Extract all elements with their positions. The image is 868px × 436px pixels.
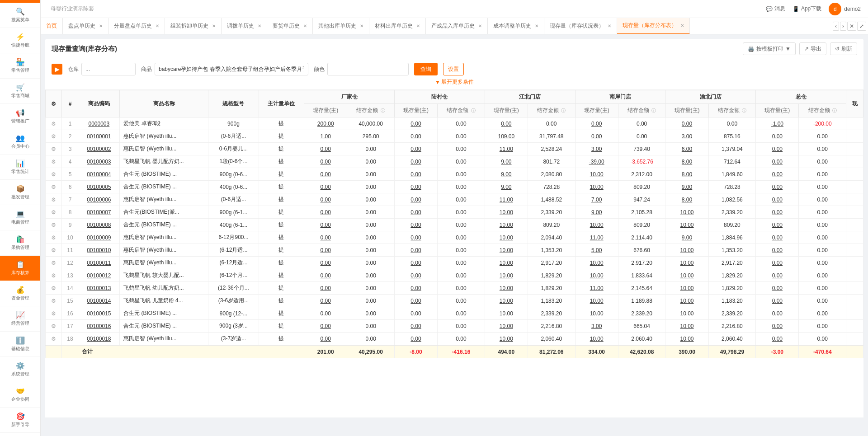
nav-tab-现存量-库存状况表-[interactable]: 现存量（库存状况表）✕	[544, 18, 617, 34]
cell-yubei-qty[interactable]: 10.00	[665, 333, 708, 346]
cell-changjiacao-qty[interactable]: 0.00	[304, 193, 347, 206]
sidebar-item-企业协同[interactable]: 🤝企业协同	[0, 382, 40, 408]
cell-jiangbei-qty[interactable]: 9.00	[485, 168, 528, 181]
cell-total-qty[interactable]: 0.00	[756, 193, 799, 206]
nav-tab-成本调整单历史[interactable]: 成本调整单历史✕	[488, 18, 544, 34]
cell-nanan-qty[interactable]: 11.00	[575, 282, 618, 295]
cell-total-qty[interactable]: 0.00	[756, 206, 799, 219]
cell-changjiacao-qty[interactable]: 0.00	[304, 282, 347, 295]
cell-yubei-qty[interactable]: 0.00	[665, 117, 708, 130]
cell-code[interactable]: 00100010	[78, 244, 120, 257]
cell-gear[interactable]: ⚙	[46, 307, 62, 320]
cell-total-qty[interactable]: 0.00	[756, 168, 799, 181]
tab-next-arrow[interactable]: ›	[840, 22, 846, 31]
cell-changjiacao-qty[interactable]: 0.00	[304, 244, 347, 257]
cell-nanan-qty[interactable]: 10.00	[575, 307, 618, 320]
cell-nanan-qty[interactable]: 10.00	[575, 333, 618, 346]
cell-total-qty[interactable]: 0.00	[756, 295, 799, 307]
sidebar-item-会员中心[interactable]: 👥会员中心	[0, 129, 40, 155]
cell-changjiacao-qty[interactable]: 0.00	[304, 155, 347, 168]
cell-gear[interactable]: ⚙	[46, 320, 62, 333]
cell-lucun-qty[interactable]: 0.00	[394, 257, 437, 269]
cell-total-qty[interactable]: 0.00	[756, 269, 799, 282]
cell-code[interactable]: 00100011	[78, 257, 120, 269]
cell-lucun-qty[interactable]: 0.00	[394, 244, 437, 257]
cell-total-qty[interactable]: 0.00	[756, 244, 799, 257]
cell-jiangbei-qty[interactable]: 10.00	[485, 333, 528, 346]
cell-code[interactable]: 00100004	[78, 168, 120, 181]
cell-total-qty[interactable]: 0.00	[756, 143, 799, 155]
cell-gear[interactable]: ⚙	[46, 257, 62, 269]
cell-jiangbei-qty[interactable]: 10.00	[485, 231, 528, 244]
cell-changjiacao-qty[interactable]: 0.00	[304, 269, 347, 282]
cell-nanan-qty[interactable]: 10.00	[575, 219, 618, 231]
sidebar-item-营销推广[interactable]: 📢营销推广	[0, 104, 40, 129]
tab-close-icon[interactable]: ✕	[258, 23, 261, 28]
cell-changjiacao-qty[interactable]: 1.00	[304, 130, 347, 143]
sidebar-item-零售管理[interactable]: 🏪零售管理	[0, 53, 40, 79]
settings-button[interactable]: 设置	[443, 63, 464, 75]
cell-total-qty[interactable]: 0.00	[756, 130, 799, 143]
cell-jiangbei-qty[interactable]: 10.00	[485, 269, 528, 282]
cell-nanan-qty[interactable]: 10.00	[575, 257, 618, 269]
cell-nanan-qty[interactable]: 10.00	[575, 295, 618, 307]
cell-jiangbei-qty[interactable]: 11.00	[485, 143, 528, 155]
cell-gear[interactable]: ⚙	[46, 168, 62, 181]
cell-yubei-qty[interactable]: 8.00	[665, 168, 708, 181]
cell-code[interactable]: 00100006	[78, 193, 120, 206]
search-button[interactable]: 查询	[414, 63, 438, 75]
cell-total-qty[interactable]: 0.00	[756, 219, 799, 231]
cell-yubei-qty[interactable]: 10.00	[665, 295, 708, 307]
cell-code[interactable]: 00100007	[78, 206, 120, 219]
cell-gear[interactable]: ⚙	[46, 181, 62, 193]
cell-changjiacao-qty[interactable]: 0.00	[304, 168, 347, 181]
cell-lucun-qty[interactable]: 0.00	[394, 143, 437, 155]
nav-tab-盘点单历史[interactable]: 盘点单历史✕	[63, 18, 108, 34]
cell-lucun-qty[interactable]: 0.00	[394, 181, 437, 193]
sidebar-item-零售统计[interactable]: 📊零售统计	[0, 155, 40, 180]
cell-gear[interactable]: ⚙	[46, 282, 62, 295]
tab-close-icon[interactable]: ✕	[535, 23, 538, 28]
sidebar-item-基础信息[interactable]: ℹ️基础信息	[0, 332, 40, 357]
cell-code[interactable]: 0000003	[78, 117, 120, 130]
nav-tab-其他出库单历史[interactable]: 其他出库单历史✕	[313, 18, 369, 34]
cell-yubei-qty[interactable]: 10.00	[665, 206, 708, 219]
cell-gear[interactable]: ⚙	[46, 130, 62, 143]
cell-lucun-qty[interactable]: 0.00	[394, 320, 437, 333]
cell-code[interactable]: 00100013	[78, 282, 120, 295]
cell-code[interactable]: 00100018	[78, 333, 120, 346]
cell-gear[interactable]: ⚙	[46, 244, 62, 257]
cell-changjiacao-qty[interactable]: 0.00	[304, 307, 347, 320]
cell-yubei-qty[interactable]: 10.00	[665, 257, 708, 269]
cell-total-qty[interactable]: 0.00	[756, 333, 799, 346]
cell-lucun-qty[interactable]: 0.00	[394, 206, 437, 219]
cell-yubei-qty[interactable]: 10.00	[665, 269, 708, 282]
cell-jiangbei-qty[interactable]: 10.00	[485, 219, 528, 231]
cell-lucun-qty[interactable]: 0.00	[394, 219, 437, 231]
cell-gear[interactable]: ⚙	[46, 269, 62, 282]
cell-code[interactable]: 00100016	[78, 320, 120, 333]
print-button[interactable]: 🖨️ 按模板打印 ▼	[743, 42, 796, 55]
cell-nanan-qty[interactable]: 11.00	[575, 231, 618, 244]
cell-changjiacao-qty[interactable]: 0.00	[304, 333, 347, 346]
cell-changjiacao-qty[interactable]: 0.00	[304, 206, 347, 219]
cell-lucun-qty[interactable]: 0.00	[394, 193, 437, 206]
cell-lucun-qty[interactable]: 0.00	[394, 307, 437, 320]
cell-changjiacao-qty[interactable]: 0.00	[304, 231, 347, 244]
cell-jiangbei-qty[interactable]: 10.00	[485, 320, 528, 333]
cell-jiangbei-qty[interactable]: 10.00	[485, 206, 528, 219]
cell-nanan-qty[interactable]: 10.00	[575, 181, 618, 193]
cell-lucun-qty[interactable]: 0.00	[394, 117, 437, 130]
cell-lucun-qty[interactable]: 0.00	[394, 155, 437, 168]
sidebar-item-电商管理[interactable]: 💻电商管理	[0, 205, 40, 230]
cell-lucun-qty[interactable]: 0.00	[394, 269, 437, 282]
cell-nanan-qty[interactable]: 5.00	[575, 244, 618, 257]
cell-yubei-qty[interactable]: 9.00	[665, 231, 708, 244]
cell-total-qty[interactable]: 0.00	[756, 307, 799, 320]
tab-close-icon[interactable]: ✕	[303, 23, 307, 28]
cell-changjiacao-qty[interactable]: 0.00	[304, 295, 347, 307]
nav-tab-分量盘点单历史[interactable]: 分量盘点单历史✕	[108, 18, 165, 34]
nav-tab-现存量-库存分布表-[interactable]: 现存量（库存分布表）✕	[617, 18, 690, 34]
cell-code[interactable]: 00100014	[78, 295, 120, 307]
cell-gear[interactable]: ⚙	[46, 219, 62, 231]
